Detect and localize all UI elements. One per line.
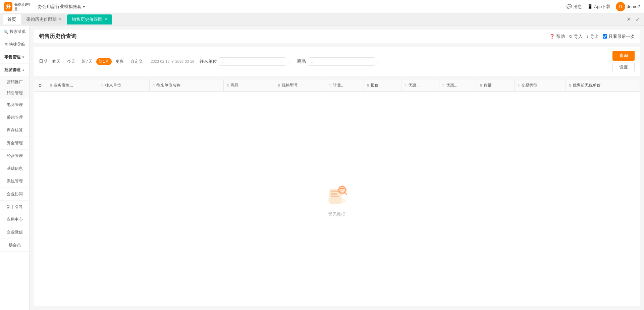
sidebar-item-purchase[interactable]: 采购管理 <box>0 111 29 124</box>
tab-purchase-close[interactable]: ✕ <box>59 17 62 21</box>
th-discount1[interactable]: ⇅ 优惠... <box>401 80 439 91</box>
svg-rect-3 <box>331 193 337 195</box>
th-discount2[interactable]: ⇅ 优惠... <box>439 80 477 91</box>
app-download-btn[interactable]: 📱 App下载 <box>587 4 610 10</box>
tab-purchase[interactable]: 采购历史价跟踪 ✕ <box>21 14 66 24</box>
tab-purchase-label: 采购历史价跟踪 <box>26 16 57 22</box>
help-btn[interactable]: ❓ 帮助 <box>549 34 565 40</box>
empty-state: 暂无数据 <box>34 92 640 306</box>
tab-sales-close[interactable]: ✕ <box>104 17 107 21</box>
sidebar-item-retail[interactable]: 零售管理 ▼ <box>0 51 29 64</box>
th-trade-type[interactable]: ⇅ 交易类型 <box>515 80 566 91</box>
sidebar-item-marketing[interactable]: 营销推广 <box>0 76 29 88</box>
sidebar-item-appstore[interactable]: 应用中心 <box>0 213 29 226</box>
sidebar-item-ecommerce[interactable]: 电商管理 <box>0 99 29 111</box>
logo-icon: 好 <box>4 2 12 11</box>
main-layout: 🔍 搜索菜单 ⊞ 快捷导航 零售管理 ▼ 批发管理 ▲ 营销推广 销售管理 电商… <box>0 25 644 310</box>
th-pretax-price[interactable]: ⇅ 优惠前无税单价 <box>566 80 640 91</box>
sidebar-item-guide[interactable]: 新手引导 <box>0 201 29 213</box>
only-last-checkbox-area: 只看最后一次 <box>603 34 635 40</box>
nav-icon: ⊞ <box>4 42 8 47</box>
partner-label: 往来单位 <box>200 58 217 64</box>
th-partner-name[interactable]: ⇅ 往来单位名称 <box>150 80 224 91</box>
only-last-checkbox[interactable] <box>603 34 607 39</box>
sort-icon-3: ⇅ <box>152 84 155 87</box>
sidebar-item-finance[interactable]: 资金管理 <box>0 137 29 150</box>
empty-illustration <box>323 180 350 207</box>
export-icon: ↓ <box>587 34 589 39</box>
date-btn-today[interactable]: 今天 <box>64 58 78 65</box>
sort-icon-12: ⇅ <box>569 84 571 87</box>
content-area: 销售历史价查询 ❓ 帮助 ↻ 导入 ↓ 导出 只看最后一次 <box>30 25 644 310</box>
page-title-bar: 销售历史价查询 ❓ 帮助 ↻ 导入 ↓ 导出 只看最后一次 <box>34 30 640 43</box>
only-last-label: 只看最后一次 <box>608 34 635 40</box>
th-unit[interactable]: ⇅ 计量... <box>326 80 364 91</box>
date-btn-1month[interactable]: 近1月 <box>96 58 112 65</box>
partner-input[interactable] <box>219 57 286 66</box>
sort-icon-5: ⇅ <box>278 84 280 87</box>
sidebar-item-base-info[interactable]: 基础信息 <box>0 162 29 175</box>
date-btn-yesterday[interactable]: 昨天 <box>50 58 63 65</box>
th-spec[interactable]: ⇅ 规格型号 <box>275 80 326 91</box>
sidebar-label-search: 搜索菜单 <box>10 29 26 35</box>
sidebar-item-inventory[interactable]: 库存核算 <box>0 124 29 137</box>
partner-dots[interactable]: ... <box>288 59 292 64</box>
retail-arrow: ▼ <box>22 55 25 59</box>
goods-input[interactable] <box>308 57 375 66</box>
message-btn[interactable]: 💬 消息 <box>567 4 582 10</box>
company-dropdown[interactable]: 办公用品行业模拟账套 ▾ <box>35 2 88 11</box>
user-area[interactable]: D demo2 <box>616 2 640 11</box>
wholesale-arrow: ▲ <box>22 68 25 72</box>
sidebar-item-wechat[interactable]: 企业微信 <box>0 226 29 239</box>
table-header: ⚙ ⇅ 业务发生... ⇅ 往来单位 ⇅ 往来单位名称 ⇅ 商品 <box>34 80 640 92</box>
gear-icon: ⚙ <box>38 83 42 88</box>
date-range-display: 2023-02-18 至 2023-03-18 <box>151 59 194 64</box>
tab-bar: 首页 采购历史价跟踪 ✕ 销售历史价跟踪 ✕ ✕ ⤢ <box>0 13 644 25</box>
sidebar-item-system[interactable]: 系统管理 <box>0 175 29 188</box>
close-all-icon[interactable]: ✕ <box>625 15 632 23</box>
sidebar-item-wholesale[interactable]: 批发管理 ▲ <box>0 64 29 76</box>
sidebar-label-base: 基础信息 <box>7 166 23 171</box>
date-options: 昨天 今天 近7天 近1月 更多 自定义 <box>50 58 145 65</box>
logo-area: 好 畅捷通好生意 <box>4 2 33 11</box>
tab-sales[interactable]: 销售历史价跟踪 ✕ <box>67 14 112 24</box>
sidebar-label-enterprise: 企业协同 <box>7 191 23 197</box>
sidebar-label-wholesale: 批发管理 <box>4 67 20 73</box>
th-gear[interactable]: ⚙ <box>34 80 47 91</box>
sort-icon-11: ⇅ <box>517 84 520 87</box>
goods-dots[interactable]: ... <box>377 59 381 64</box>
th-price[interactable]: ⇅ 报价 <box>364 80 401 91</box>
sidebar-label-guide: 新手引导 <box>7 204 23 210</box>
sort-icon-4: ⇅ <box>226 84 229 87</box>
sidebar-label-purchase: 采购管理 <box>7 115 23 120</box>
tab-home-label: 首页 <box>7 16 16 22</box>
svg-rect-4 <box>331 196 339 197</box>
date-btn-more[interactable]: 更多 <box>113 58 126 65</box>
tab-home[interactable]: 首页 <box>3 14 21 24</box>
date-label: 日期 <box>39 58 48 64</box>
goods-filter-group: 商品 ... <box>297 57 381 66</box>
th-partner-code[interactable]: ⇅ 往来单位 <box>98 80 150 91</box>
th-goods[interactable]: ⇅ 商品 <box>224 80 275 91</box>
sidebar-item-membership[interactable]: 畅会员 <box>0 239 29 252</box>
table-container: ⚙ ⇅ 业务发生... ⇅ 往来单位 ⇅ 往来单位名称 ⇅ 商品 <box>34 80 640 306</box>
th-biz-date[interactable]: ⇅ 业务发生... <box>47 80 98 91</box>
sidebar-item-sales-mgmt[interactable]: 销售管理 <box>0 88 29 99</box>
sidebar-item-ops[interactable]: 经营管理 <box>0 150 29 162</box>
fullscreen-icon[interactable]: ⤢ <box>634 15 641 23</box>
sidebar-item-enterprise[interactable]: 企业协同 <box>0 188 29 201</box>
th-qty[interactable]: ⇅ 数量 <box>477 80 515 91</box>
import-btn[interactable]: ↻ 导入 <box>569 34 583 40</box>
page-title: 销售历史价查询 <box>39 33 76 40</box>
query-button[interactable]: 查询 <box>612 51 635 61</box>
sidebar-item-search-menu[interactable]: 🔍 搜索菜单 <box>0 25 29 38</box>
sidebar-label-sales-mgmt: 销售管理 <box>7 91 23 95</box>
date-filter-group: 日期 昨天 今天 近7天 近1月 更多 自定义 <box>39 58 145 65</box>
sidebar-item-quick-nav[interactable]: ⊞ 快捷导航 <box>0 38 29 51</box>
setting-button[interactable]: 设置 <box>612 62 635 72</box>
date-btn-custom[interactable]: 自定义 <box>128 58 145 65</box>
export-btn[interactable]: ↓ 导出 <box>587 34 599 40</box>
filter-buttons: 查询 设置 <box>612 51 635 72</box>
sort-icon-8: ⇅ <box>404 84 407 87</box>
date-btn-7days[interactable]: 近7天 <box>79 58 95 65</box>
